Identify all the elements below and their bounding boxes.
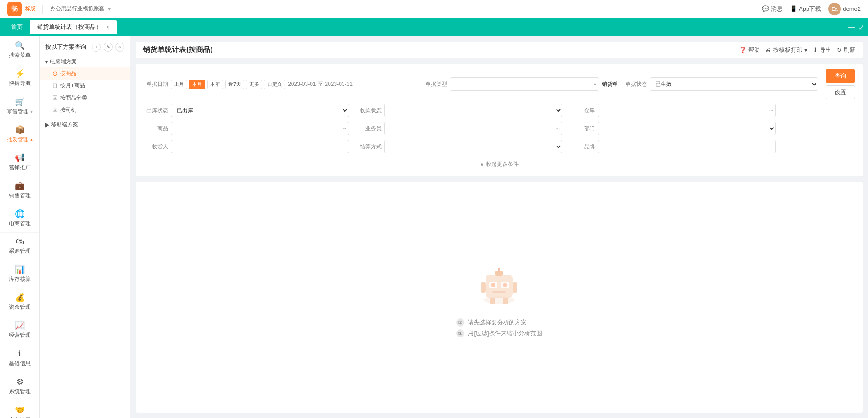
refresh-btn[interactable]: ↻ 刷新: [837, 46, 855, 54]
filter-payment-method-group: 结算方式: [356, 140, 562, 153]
filter-row-2: 出库状态 已出库 收款状态: [143, 104, 855, 117]
status-label: 单据状态: [622, 81, 647, 88]
sidebar-item-purchase[interactable]: 🛍 采购管理: [0, 233, 39, 260]
print-dropdown-icon: ▾: [804, 47, 807, 53]
date-btn-custom[interactable]: 自定义: [264, 80, 285, 89]
help-btn[interactable]: ❓ 帮助: [739, 46, 760, 54]
date-btn-more[interactable]: 更多: [246, 80, 262, 89]
help-icon: ❓: [739, 47, 746, 53]
tab-maximize-btn[interactable]: ⤢: [859, 23, 864, 32]
warehouse-dots[interactable]: ···: [769, 108, 773, 113]
tip-2-text: 用[过滤]条件来缩小分析范围: [468, 329, 542, 337]
salesperson-dots[interactable]: ···: [556, 126, 560, 131]
retail-icon: 🛒: [0, 97, 39, 107]
scheme-add-btn[interactable]: +: [92, 43, 101, 52]
tab-close-btn[interactable]: ×: [106, 24, 109, 30]
app-download-btn[interactable]: 📱 App下载: [790, 5, 821, 13]
sidebar-item-system[interactable]: ⚙ 系统管理: [0, 372, 39, 400]
mobile-scheme-group[interactable]: ▶ 移动端方案: [40, 118, 130, 131]
product-dots[interactable]: ···: [343, 126, 346, 131]
settings-button[interactable]: 设置: [826, 86, 855, 99]
brand-dots[interactable]: ···: [769, 144, 773, 149]
salesperson-label: 业务员: [356, 125, 382, 133]
content-area: 按以下方案查询 + ✎ « ▾ 电脑端方案 ⊙ 按商品 目 按月: [40, 36, 868, 418]
sidebar-item-retail[interactable]: 🛒 零售管理 ▾: [0, 92, 39, 120]
print-icon: 🖨: [765, 47, 771, 53]
dept-select[interactable]: [598, 122, 776, 135]
query-button[interactable]: 查询: [826, 69, 855, 83]
sidebar-item-wholesale[interactable]: 📦 批发管理 ▴: [0, 120, 39, 148]
collapse-icon: ∧: [480, 162, 484, 168]
scheme-edit-btn[interactable]: ✎: [104, 43, 113, 52]
main-layout: 🔍 搜索菜单 ⚡ 快捷导航 🛒 零售管理 ▾ 📦 批发管理 ▴ 📢 营销推广 💼…: [0, 36, 868, 418]
brand-input-wrap: ···: [598, 140, 776, 153]
sidebar-item-basic[interactable]: ℹ 基础信息: [0, 344, 39, 372]
payment-status-input-wrap: [384, 104, 562, 117]
sidebar-item-ecommerce[interactable]: 🌐 电商管理: [0, 204, 39, 233]
warehouse-input[interactable]: [598, 104, 776, 117]
receiver-label: 收货人: [143, 143, 168, 151]
right-panel: 销货单统计表(按商品) ❓ 帮助 🖨 按模板打印 ▾ ⬇ 导出: [130, 36, 868, 418]
filter-status-group: 单据状态 已生效: [622, 77, 818, 91]
date-btn-this-year[interactable]: 本年: [207, 80, 223, 89]
payment-status-select[interactable]: [384, 104, 562, 117]
receiver-dots[interactable]: ···: [343, 144, 346, 149]
tab-active[interactable]: 销货单统计表（按商品） ×: [30, 20, 117, 34]
salesperson-input[interactable]: [384, 122, 562, 135]
type-dropdown-icon[interactable]: ▾: [594, 82, 596, 87]
sidebar-item-search[interactable]: 🔍 搜索菜单: [0, 36, 39, 64]
download-icon: 📱: [790, 5, 797, 12]
page-title-bar: 销货单统计表(按商品) ❓ 帮助 🖨 按模板打印 ▾ ⬇ 导出: [136, 42, 863, 58]
status-input-wrap: 已生效: [650, 77, 818, 91]
pc-group-label[interactable]: ▾ 电脑端方案: [40, 56, 130, 67]
topbar-left: 畅 标版 办公用品行业模拟账套 ▾: [7, 2, 111, 16]
date-btn-last-month[interactable]: 上月: [171, 80, 187, 89]
action-buttons: 查询 设置: [822, 69, 855, 99]
export-btn[interactable]: ⬇ 导出: [813, 46, 831, 54]
sidebar-item-marketing[interactable]: 📢 营销推广: [0, 148, 39, 176]
type-label: 单据类型: [422, 81, 447, 88]
payment-method-select[interactable]: [384, 140, 562, 153]
scheme-icon-cashier: 回: [52, 107, 57, 114]
shortcuts-icon: ⚡: [0, 69, 39, 79]
date-range: 2023-03-01 至 2023-03-31: [288, 81, 353, 88]
filter-payment-status-group: 收款状态: [356, 104, 562, 117]
scheme-item-by-product[interactable]: ⊙ 按商品: [40, 67, 130, 80]
date-btn-last7[interactable]: 近7天: [225, 80, 244, 89]
product-input[interactable]: [171, 122, 349, 135]
filter-stock-group: 出库状态 已出库: [143, 104, 349, 117]
scheme-radio-icon: ⊙: [52, 70, 57, 77]
sidebar-item-operations[interactable]: 📈 经营管理: [0, 316, 39, 344]
stock-select[interactable]: 已出库: [171, 104, 349, 117]
dropdown-icon[interactable]: ▾: [108, 6, 111, 12]
scheme-collapse-btn[interactable]: «: [115, 43, 124, 52]
empty-illustration: [472, 257, 526, 311]
sidebar-item-enterprise[interactable]: 🤝 企业协同: [0, 400, 39, 418]
scheme-item-by-month-product[interactable]: 目 按月+商品: [40, 80, 130, 92]
finance-icon: 💰: [0, 293, 39, 303]
sidebar-item-finance[interactable]: 💰 资金管理: [0, 288, 39, 316]
brand-input[interactable]: [598, 140, 776, 153]
type-input[interactable]: [450, 77, 599, 91]
marketing-icon: 📢: [0, 153, 39, 163]
user-menu[interactable]: Ea demo2: [828, 3, 861, 15]
tip-1-num: ①: [456, 318, 464, 327]
wholesale-icon: 📦: [0, 125, 39, 135]
avatar: Ea: [828, 3, 841, 15]
scheme-panel-header: 按以下方案查询 + ✎ «: [40, 40, 130, 54]
collapse-filters-btn[interactable]: ∧ 收起更多条件: [143, 158, 855, 171]
sidebar-item-shortcuts[interactable]: ⚡ 快捷导航: [0, 64, 39, 92]
tab-home[interactable]: 首页: [4, 20, 30, 34]
warehouse-input-wrap: ···: [598, 104, 776, 117]
tab-minimize-btn[interactable]: —: [848, 23, 855, 31]
sidebar-item-sales[interactable]: 💼 销售管理: [0, 176, 39, 204]
status-select[interactable]: 已生效: [650, 77, 818, 91]
date-btn-this-month[interactable]: 本月: [189, 80, 205, 89]
scheme-item-by-cashier[interactable]: 回 按司机: [40, 104, 130, 116]
message-btn[interactable]: 💬 消息: [762, 5, 783, 13]
print-btn[interactable]: 🖨 按模板打印 ▾: [765, 46, 807, 54]
inventory-icon: 📊: [0, 265, 39, 275]
receiver-input[interactable]: [171, 140, 349, 153]
sidebar-item-inventory[interactable]: 📊 库存核算: [0, 260, 39, 288]
scheme-item-by-category[interactable]: 回 按商品分类: [40, 92, 130, 104]
